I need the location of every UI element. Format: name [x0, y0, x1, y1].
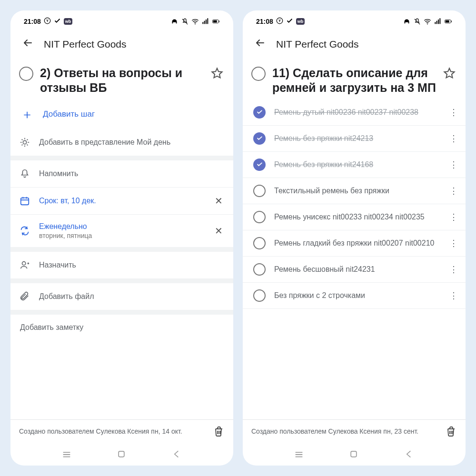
due-date-row[interactable]: Срок: вт, 10 дек. ✕	[10, 188, 233, 215]
check-open-icon[interactable]	[253, 185, 266, 197]
check-open-icon[interactable]	[253, 263, 266, 276]
check-done-icon[interactable]	[253, 106, 266, 119]
nav-back-icon[interactable]	[404, 449, 415, 460]
task-footer: Создано пользователем Сулекова Ксения пн…	[243, 419, 466, 443]
mute-icon	[181, 18, 188, 25]
calendar-icon	[19, 195, 30, 207]
svg-rect-37	[451, 20, 452, 22]
task-header: 2) Ответы на вопросы и отзывы ВБ	[10, 56, 233, 99]
step-row[interactable]: Ремень без пряжки nit24213⋮	[243, 126, 466, 152]
clear-due-button[interactable]: ✕	[213, 195, 225, 207]
nav-recent-icon[interactable]	[61, 449, 72, 460]
step-row[interactable]: Текстильный ремень без пряжки⋮	[243, 178, 466, 204]
task-title[interactable]: 2) Ответы на вопросы и отзывы ВБ	[40, 66, 204, 96]
step-text: Без пряжки с 2 строчками	[274, 290, 436, 301]
svg-rect-33	[438, 20, 439, 24]
svg-line-15	[22, 139, 23, 140]
status-bar: 21:08 Y wb	[243, 10, 466, 29]
star-button[interactable]	[443, 67, 456, 80]
status-time: 21:08	[24, 18, 41, 25]
system-navbar	[10, 443, 233, 466]
step-row[interactable]: Ремень бесшовный nit24231⋮	[243, 257, 466, 283]
add-file-label: Добавить файл	[39, 292, 225, 301]
repeat-row[interactable]: Еженедельно вторник, пятница ✕	[10, 215, 233, 247]
yandex-icon: Y	[44, 17, 51, 26]
add-step-button[interactable]: ＋ Добавить шаг	[10, 99, 233, 129]
step-more-button[interactable]: ⋮	[445, 186, 462, 196]
svg-text:Y: Y	[46, 19, 49, 23]
back-button[interactable]	[22, 37, 33, 51]
battery-icon	[212, 18, 220, 25]
step-row[interactable]: Ремень гладкий без пряжки nit00207 nit00…	[243, 230, 466, 257]
svg-text:Y: Y	[278, 19, 281, 23]
list-title[interactable]: NIT Perfect Goods	[44, 39, 127, 50]
step-more-button[interactable]: ⋮	[445, 133, 462, 144]
add-file-row[interactable]: Добавить файл	[10, 283, 233, 310]
add-my-day-row[interactable]: Добавить в представление Мой день	[10, 129, 233, 156]
bell-icon	[19, 168, 30, 179]
svg-rect-41	[351, 451, 357, 457]
back-button[interactable]	[254, 37, 266, 51]
note-field[interactable]: Добавить заметку	[10, 315, 233, 377]
step-text: Ремень унисекс nit00233 nit00234 nit0023…	[274, 212, 436, 222]
step-row[interactable]: Без пряжки с 2 строчками⋮	[243, 283, 466, 309]
check-done-icon[interactable]	[253, 159, 266, 171]
delete-button[interactable]	[446, 426, 457, 437]
list-title[interactable]: NIT Perfect Goods	[276, 39, 359, 50]
step-more-button[interactable]: ⋮	[445, 159, 462, 170]
task-header: 11) Сделать описание для ремней и загруз…	[243, 56, 466, 99]
assign-row[interactable]: Назначить	[10, 252, 233, 278]
nav-back-icon[interactable]	[172, 449, 182, 460]
assign-label: Назначить	[39, 261, 225, 269]
signal-icon	[202, 18, 209, 25]
svg-rect-27	[119, 451, 124, 457]
nav-recent-icon[interactable]	[294, 449, 304, 460]
check-open-icon[interactable]	[253, 211, 266, 223]
svg-rect-31	[435, 22, 436, 24]
delete-button[interactable]	[213, 426, 225, 437]
svg-point-2	[195, 23, 196, 24]
step-text: Ремень дутый nit00236 nit00237 nit00238	[274, 107, 436, 118]
svg-line-16	[27, 144, 28, 145]
check-done-icon[interactable]	[253, 132, 266, 145]
step-more-button[interactable]: ⋮	[445, 107, 462, 118]
phone-left: 21:08 Y wb NIT Perfect Goods 2) Ответы н…	[10, 10, 233, 466]
step-list: Ремень дутый nit00236 nit00237 nit00238⋮…	[243, 99, 466, 309]
status-time: 21:08	[256, 18, 273, 25]
yandex-icon: Y	[276, 17, 283, 26]
top-bar: NIT Perfect Goods	[243, 29, 466, 56]
svg-rect-9	[219, 20, 219, 22]
check-open-icon[interactable]	[253, 289, 266, 302]
repeat-title: Еженедельно	[39, 222, 204, 231]
top-bar: NIT Perfect Goods	[10, 29, 233, 56]
task-title[interactable]: 11) Сделать описание для ремней и загруз…	[272, 66, 436, 96]
svg-rect-6	[207, 18, 208, 24]
remind-row[interactable]: Напомнить	[10, 160, 233, 188]
task-footer: Создано пользователем Сулекова Ксения пн…	[10, 419, 233, 443]
star-button[interactable]	[210, 67, 224, 80]
step-text: Ремень бесшовный nit24231	[274, 264, 436, 275]
complete-toggle[interactable]	[251, 67, 266, 81]
step-row[interactable]: Ремень унисекс nit00233 nit00234 nit0023…	[243, 204, 466, 230]
check-open-icon[interactable]	[253, 237, 266, 249]
step-more-button[interactable]: ⋮	[445, 212, 462, 222]
step-row[interactable]: Ремень дутый nit00236 nit00237 nit00238⋮	[243, 99, 466, 126]
phone-right: 21:08 Y wb NIT Perfect Goods 11) Сделать…	[243, 10, 466, 466]
attach-icon	[19, 291, 30, 302]
plus-icon: ＋	[21, 108, 33, 120]
step-more-button[interactable]: ⋮	[445, 264, 462, 275]
nav-home-icon[interactable]	[117, 449, 127, 460]
sun-icon	[19, 137, 30, 148]
svg-rect-5	[206, 20, 207, 24]
nav-home-icon[interactable]	[349, 449, 359, 460]
wifi-icon	[424, 18, 431, 25]
step-text: Ремень без пряжки nit24213	[274, 133, 436, 144]
complete-toggle[interactable]	[19, 67, 33, 81]
svg-rect-3	[202, 22, 203, 24]
battery-icon	[445, 18, 452, 25]
created-info: Создано пользователем Сулекова Ксения пн…	[251, 427, 418, 435]
clear-repeat-button[interactable]: ✕	[213, 225, 225, 237]
step-row[interactable]: Ремень без пряжки nit24168⋮	[243, 152, 466, 178]
step-more-button[interactable]: ⋮	[445, 290, 462, 301]
step-more-button[interactable]: ⋮	[445, 238, 462, 248]
